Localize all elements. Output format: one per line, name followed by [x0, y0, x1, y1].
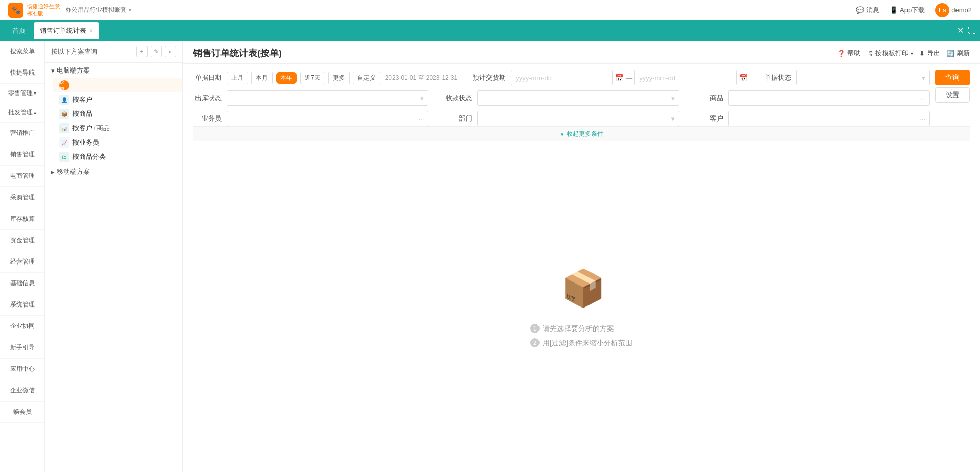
tree-node-by-goods-cat[interactable]: 🗂 按商品分类	[53, 150, 182, 164]
doc-status-select[interactable]: ▾	[796, 70, 930, 85]
sidebar-item-marketing[interactable]: 营销推广	[0, 123, 44, 144]
sidebar-item-ecom-mgmt[interactable]: 电商管理	[0, 166, 44, 187]
settings-btn[interactable]: 设置	[935, 87, 970, 103]
sidebar-item-basic-info[interactable]: 基础信息	[0, 273, 44, 294]
payment-status-arrow-icon: ▾	[671, 95, 675, 102]
goods-dots-icon[interactable]: ···	[920, 95, 925, 102]
query-btn[interactable]: 查询	[935, 70, 970, 85]
goods-select[interactable]: ···	[728, 90, 930, 106]
sidebar-item-quick-nav[interactable]: 快捷导航	[0, 62, 44, 84]
tree-node-by-goods[interactable]: 📦 按商品	[53, 107, 182, 121]
sidebar-item-enterprise-wechat[interactable]: 企业微信	[0, 380, 44, 402]
by-goods-cat-label: 按商品分类	[72, 152, 106, 161]
by-goods-icon: 📦	[59, 109, 69, 119]
date-dash: —	[626, 74, 632, 82]
date-btn-this-year[interactable]: 本年	[276, 72, 297, 84]
breadcrumb-arrow-icon[interactable]: ▾	[129, 7, 131, 13]
payment-status-select[interactable]: ▾	[477, 90, 679, 106]
cal-icon-1[interactable]: 📅	[615, 74, 624, 82]
expected-date-label: 预计交货期	[473, 73, 506, 82]
query-actions: 查询 设置	[935, 70, 970, 103]
tree-section-mobile[interactable]: ▸ 移动端方案	[45, 164, 182, 179]
tree-node-by-customer[interactable]: 👤 按客户	[53, 92, 182, 107]
window-maximize-btn[interactable]: ⛶	[968, 27, 976, 35]
top-bar-left: 🐾 畅捷通好生意 标准版 办公用品行业模拟账套 ▾	[8, 3, 131, 18]
ship-status-label: 出库状态	[193, 93, 222, 103]
sidebar-item-retail-mgmt[interactable]: 零售管理▾	[0, 84, 44, 103]
tree-node-by-cust-goods[interactable]: 📊 按客户+商品	[53, 121, 182, 135]
by-goods-label: 按商品	[72, 109, 92, 119]
sidebar-item-sales-mgmt[interactable]: 销售管理	[0, 144, 44, 166]
msg-icon: 💬	[856, 6, 864, 14]
tree-node-by-salesperson[interactable]: 📈 按业务员	[53, 135, 182, 150]
sidebar-item-sys-mgmt[interactable]: 系统管理	[0, 294, 44, 316]
date-label: 单据日期	[193, 73, 222, 82]
tab-bar-right: ✕ ⛶	[957, 27, 976, 35]
customer-select[interactable]: ···	[728, 111, 930, 126]
cal-icon-2[interactable]: 📅	[739, 74, 747, 82]
export-icon: ⬇	[919, 50, 925, 57]
date-range-display: 2023-01-01 至 2023-12-31	[385, 74, 457, 82]
tab-close-icon[interactable]: ×	[89, 27, 93, 34]
by-goods-cat-icon: 🗂	[59, 152, 69, 162]
sidebar: 搜索菜单 快捷导航 零售管理▾ 批发管理▴ 营销推广 销售管理 电商管理 采购管…	[0, 41, 45, 472]
print-btn[interactable]: 🖨 按模板打印 ▾	[867, 49, 913, 58]
date-btn-custom[interactable]: 自定义	[353, 72, 380, 84]
sub-tree-pc: 按单 👤 按客户 📦 按商品 📊 按客户+商品 📈 按业务员	[45, 78, 182, 164]
sidebar-item-search-menu[interactable]: 搜索菜单	[0, 41, 44, 62]
dept-arrow-icon: ▾	[671, 115, 675, 123]
customer-dots-icon[interactable]: ···	[920, 115, 925, 123]
logo-icon: 🐾	[8, 3, 23, 18]
print-icon: 🖨	[867, 50, 873, 57]
sidebar-item-new-guide[interactable]: 新手引导	[0, 337, 44, 359]
tree-section-pc[interactable]: ▾ 电脑端方案	[45, 63, 182, 78]
avatar: Ea	[935, 3, 949, 17]
user-avatar-area[interactable]: Ea demo2	[935, 3, 972, 17]
logo-text: 畅捷通好生意 标准版	[27, 3, 60, 16]
sidebar-item-inventory[interactable]: 库存核算	[0, 208, 44, 230]
expected-date-start-input[interactable]	[511, 70, 613, 85]
msg-btn[interactable]: 💬 消息	[856, 6, 879, 15]
page-actions: ❓ 帮助 🖨 按模板打印 ▾ ⬇ 导出 🔄 刷新	[837, 49, 970, 58]
date-btn-last-7days[interactable]: 近7天	[300, 72, 325, 84]
sidebar-item-ops-mgmt[interactable]: 经营管理	[0, 251, 44, 273]
add-scheme-btn[interactable]: +	[136, 46, 148, 57]
tree-section-mobile-expand-icon: ▸	[51, 168, 55, 176]
dept-select[interactable]: ▾	[477, 111, 679, 126]
sidebar-item-app-center[interactable]: 应用中心	[0, 359, 44, 380]
tab-sales-order[interactable]: 销售订单统计表 ×	[34, 22, 99, 39]
date-btn-last-month[interactable]: 上月	[227, 72, 248, 84]
dept-label: 部门	[444, 114, 472, 123]
export-btn[interactable]: ⬇ 导出	[919, 49, 940, 58]
edit-scheme-btn[interactable]: ✎	[151, 46, 162, 57]
window-close-btn[interactable]: ✕	[957, 27, 964, 35]
sidebar-item-member[interactable]: 畅会员	[0, 402, 44, 423]
print-dropdown-icon: ▾	[911, 51, 913, 56]
wholesale-arrow-icon: ▴	[34, 110, 36, 115]
refresh-btn[interactable]: 🔄 刷新	[946, 49, 970, 58]
customer-label: 客户	[695, 114, 723, 123]
expected-date-end-input[interactable]	[634, 70, 737, 85]
ship-status-select[interactable]: ▾	[227, 90, 428, 106]
help-btn[interactable]: ❓ 帮助	[837, 49, 861, 58]
salesperson-dots-icon[interactable]: ···	[418, 115, 424, 123]
app-icon: 📱	[890, 6, 898, 14]
top-bar-right: 💬 消息 📱 App下载 Ea demo2	[856, 3, 972, 17]
collapse-panel-btn[interactable]: «	[165, 46, 176, 57]
tree-node-by-order[interactable]: 按单	[53, 78, 182, 92]
sidebar-item-purchase-mgmt[interactable]: 采购管理	[0, 187, 44, 208]
collapse-bar[interactable]: ∧ 收起更多条件	[193, 126, 970, 141]
empty-tips: 1 请先选择要分析的方案 2 用[过滤]条件来缩小分析范围	[530, 321, 632, 350]
date-btn-more[interactable]: 更多	[328, 72, 350, 84]
goods-label: 商品	[695, 93, 723, 103]
doc-status-label: 单据状态	[763, 73, 791, 82]
date-btn-this-month[interactable]: 本月	[251, 72, 273, 84]
sidebar-item-wholesale-mgmt[interactable]: 批发管理▴	[0, 103, 44, 123]
sidebar-item-finance-mgmt[interactable]: 资金管理	[0, 230, 44, 251]
app-download-btn[interactable]: 📱 App下载	[890, 6, 925, 15]
empty-tip-2: 2 用[过滤]条件来缩小分析范围	[530, 336, 632, 350]
sidebar-item-enterprise[interactable]: 企业协同	[0, 316, 44, 337]
ship-status-arrow-icon: ▾	[420, 95, 424, 102]
tab-home[interactable]: 首页	[4, 22, 34, 39]
salesperson-select[interactable]: ···	[227, 111, 428, 126]
